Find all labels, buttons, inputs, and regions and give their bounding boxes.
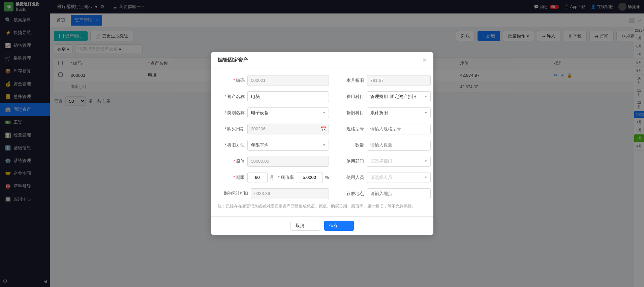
form-row-purchase-date: *购买日期 📅 xyxy=(218,124,329,134)
spec-input[interactable] xyxy=(367,124,431,134)
modal-header: 编辑固定资产 ✕ xyxy=(211,52,433,68)
modal-body: *编码 本月折旧 *资产名称 费用科目 xyxy=(211,68,433,216)
category-name-select[interactable]: 电子设备 ▾ xyxy=(247,107,329,118)
monthly-dep-label: 本月折旧 xyxy=(337,77,364,84)
expense-subject-value: 管理费用_固定资产折旧 xyxy=(370,94,417,100)
dep-subject-value: 累计折旧 xyxy=(370,110,388,116)
residual-rate-label: * 残值率 xyxy=(278,174,294,181)
person-select[interactable]: 请选择人员 ▾ xyxy=(367,172,431,183)
form-row-expense-subject: 费用科目 管理费用_固定资产折旧 ▾ xyxy=(337,91,431,102)
edit-asset-modal: 编辑固定资产 ✕ *编码 本月折旧 xyxy=(211,52,433,235)
monthly-dep-input[interactable] xyxy=(367,75,431,86)
quantity-label: 数量 xyxy=(337,142,364,148)
dep-method-select[interactable]: 年限平均 ▾ xyxy=(247,140,329,151)
cancel-button[interactable]: 取消 xyxy=(290,221,320,231)
category-arrow: ▾ xyxy=(323,110,325,115)
category-name-value: 电子设备 xyxy=(251,110,269,116)
calendar-icon[interactable]: 📅 xyxy=(320,126,326,132)
save-button[interactable]: 保存 xyxy=(324,221,354,231)
expense-subject-label: 费用科目 xyxy=(337,94,364,100)
dep-subject-label: 折旧科目 xyxy=(337,110,364,116)
form-row-category: *类别名称 电子设备 ▾ xyxy=(218,107,329,118)
residual-rate-unit: % xyxy=(325,175,329,180)
expense-subject-select[interactable]: 管理费用_固定资产折旧 ▾ xyxy=(367,91,431,102)
department-placeholder: 请选择部门 xyxy=(370,158,392,164)
department-arrow: ▾ xyxy=(425,159,427,163)
form-row-initial-dep: 期初累计折旧 xyxy=(218,188,329,199)
original-value-input[interactable] xyxy=(247,156,329,167)
code-input[interactable] xyxy=(247,75,329,86)
form-row-code: *编码 xyxy=(218,75,329,86)
form-grid: *编码 本月折旧 *资产名称 费用科目 xyxy=(218,75,427,199)
quantity-input[interactable] xyxy=(367,140,431,151)
period-unit: 月 xyxy=(270,174,274,181)
residual-rate-input[interactable] xyxy=(296,172,323,183)
form-row-quantity: 数量 xyxy=(337,140,431,151)
asset-name-input[interactable] xyxy=(247,91,329,102)
code-label: *编码 xyxy=(218,77,245,84)
purchase-date-label: *购买日期 xyxy=(218,126,245,132)
purchase-date-input[interactable] xyxy=(247,124,329,134)
storage-label: 存放地点 xyxy=(337,191,364,197)
period-label: *期限 xyxy=(218,174,245,181)
expense-subject-arrow: ▾ xyxy=(425,94,427,99)
form-row-spec: 规格型号 xyxy=(337,124,431,134)
modal-close-btn[interactable]: ✕ xyxy=(422,57,427,63)
modal-title: 编辑固定资产 xyxy=(218,57,248,63)
modal-footer: 取消 保存 xyxy=(211,216,433,235)
form-row-person: 使用人员 请选择人员 ▾ xyxy=(337,172,431,183)
person-placeholder: 请选择人员 xyxy=(370,174,392,181)
department-select[interactable]: 请选择部门 ▾ xyxy=(367,156,431,167)
storage-input[interactable] xyxy=(367,188,431,199)
dep-method-value: 年限平均 xyxy=(251,142,269,148)
original-value-label: *原值 xyxy=(218,158,245,164)
dep-subject-arrow: ▾ xyxy=(425,110,427,115)
initial-dep-label: 期初累计折旧 xyxy=(218,191,248,196)
form-row-period: *期限 月 * 残值率 % xyxy=(218,172,329,183)
dep-subject-select[interactable]: 累计折旧 ▾ xyxy=(367,107,431,118)
form-row-asset-name: *资产名称 xyxy=(218,91,329,102)
modal-note: 注：已经存在变更记录或者对应固定资产已经生成凭证，原值、购买日期、残值率、累计折… xyxy=(218,203,427,210)
modal-overlay: 编辑固定资产 ✕ *编码 本月折旧 xyxy=(0,0,644,287)
form-row-department: 使用部门 请选择部门 ▾ xyxy=(337,156,431,167)
period-input[interactable] xyxy=(247,172,268,183)
dep-method-label: *折旧方法 xyxy=(218,142,245,148)
form-row-dep-method: *折旧方法 年限平均 ▾ xyxy=(218,140,329,151)
form-row-dep-subject: 折旧科目 累计折旧 ▾ xyxy=(337,107,431,118)
department-label: 使用部门 xyxy=(337,158,364,164)
category-name-label: *类别名称 xyxy=(218,110,245,116)
spec-label: 规格型号 xyxy=(337,126,364,132)
form-row-original-value: *原值 xyxy=(218,156,329,167)
dep-method-arrow: ▾ xyxy=(323,143,325,147)
asset-name-label: *资产名称 xyxy=(218,94,245,100)
person-label: 使用人员 xyxy=(337,174,364,181)
purchase-date-wrap: 📅 xyxy=(247,124,329,134)
person-arrow: ▾ xyxy=(425,175,427,180)
form-row-storage: 存放地点 xyxy=(337,188,431,199)
initial-dep-input[interactable] xyxy=(251,188,329,199)
form-row-monthly-dep: 本月折旧 xyxy=(337,75,431,86)
period-row: 月 * 残值率 % xyxy=(247,172,329,183)
